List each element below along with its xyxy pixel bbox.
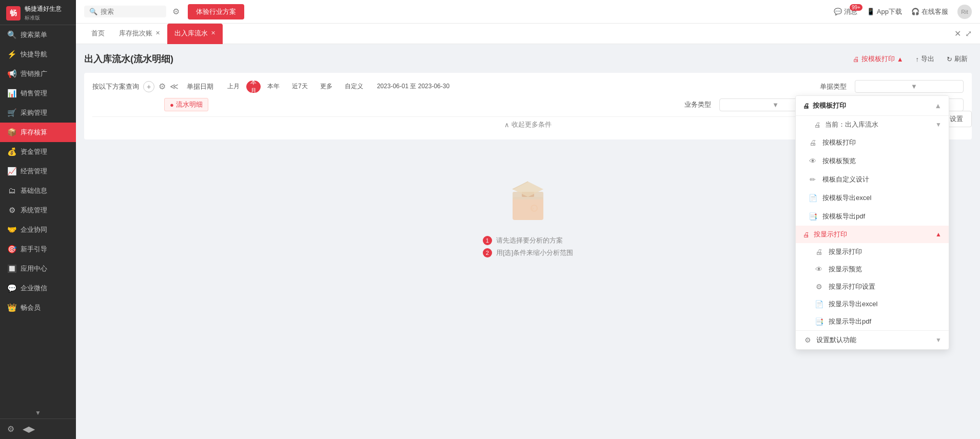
sidebar-item-sales[interactable]: 📊销售管理 (0, 84, 76, 103)
dropdown-display-section-arrow: ▲ (935, 231, 942, 238)
dropdown-header-title: 🖨 按模板打印 (803, 101, 846, 110)
app-download-item[interactable]: 📱 App下载 (867, 7, 902, 16)
date-option-custom[interactable]: 自定义 (339, 80, 369, 93)
sidebar-item-quick-nav[interactable]: ⚡快捷导航 (0, 45, 76, 64)
print-template-label: 按模板打印 (861, 54, 895, 64)
filter-actions: 按以下方案查询 + ⚙ ≪ (92, 81, 179, 92)
avatar-text: Rit (961, 9, 968, 15)
print-template-button[interactable]: 🖨 按模板打印 ▲ (849, 52, 908, 66)
refresh-icon: ↻ (947, 55, 952, 63)
avatar[interactable]: Rit (957, 5, 972, 19)
filter-add-button[interactable]: + (143, 81, 154, 92)
dropdown-display-section[interactable]: 🖨 按显示打印 ▲ (796, 226, 949, 243)
dropdown-template-custom-icon: ✏ (808, 175, 817, 184)
dropdown-display-print-settings[interactable]: ⚙ 按显示打印设置 (796, 278, 949, 295)
search-input[interactable] (101, 8, 152, 15)
sidebar-bottom: ⚙ ◀▶ (0, 418, 76, 439)
dropdown-template-excel[interactable]: 📄 按模板导出excel (796, 189, 949, 207)
tab-batch-account-close[interactable]: ✕ (155, 30, 160, 36)
date-option-this-month[interactable]: 本月 (246, 81, 261, 93)
message-item[interactable]: 💬 消息 99+ (834, 7, 857, 16)
dropdown-footer[interactable]: ⚙ 设置默认功能 ▼ (796, 330, 949, 349)
dropdown-template-preview[interactable]: 👁 按模板预览 (796, 152, 949, 170)
dropdown-display-excel[interactable]: 📄 按显示导出excel (796, 295, 949, 313)
sidebar-item-system[interactable]: ⚙系统管理 (0, 201, 76, 220)
dropdown-display-print-settings-label: 按显示打印设置 (829, 282, 875, 291)
date-option-7days[interactable]: 近7天 (286, 80, 313, 93)
dropdown-current-arrow: ▼ (935, 121, 942, 128)
dropdown-header: 🖨 按模板打印 ▲ (796, 96, 949, 116)
topbar: 🔍 ⚙ 体验行业方案 💬 消息 99+ 📱 App下载 🎧 在线客服 Rit (76, 0, 980, 24)
sidebar-icon-search-menu: 🔍 (7, 30, 16, 39)
sidebar-item-basic[interactable]: 🗂基础信息 (0, 181, 76, 201)
tab-flow[interactable]: 出入库流水 ✕ (167, 24, 223, 44)
sidebar-item-corp-weixin[interactable]: 💬企业微信 (0, 278, 76, 298)
filter-collapse-icon[interactable]: ≪ (170, 82, 179, 91)
sidebar-item-inventory[interactable]: 📦库存核算 (0, 123, 76, 142)
export-label: 导出 (921, 54, 934, 64)
dropdown-template-pdf[interactable]: 📑 按模板导出pdf (796, 207, 949, 226)
dropdown-current-icon: 🖨 (814, 121, 821, 129)
dropdown-template-custom[interactable]: ✏ 模板自定义设计 (796, 170, 949, 189)
topbar-right: 💬 消息 99+ 📱 App下载 🎧 在线客服 Rit (834, 5, 972, 19)
topbar-search-box[interactable]: 🔍 (84, 6, 166, 17)
collapse-sidebar-icon[interactable]: ◀▶ (23, 424, 35, 434)
dropdown-template-preview-label: 按模板预览 (822, 156, 856, 166)
dropdown-display-preview-label: 按显示预览 (829, 265, 862, 274)
sidebar-item-guide[interactable]: 🎯新手引导 (0, 240, 76, 259)
dropdown-template-preview-icon: 👁 (808, 157, 817, 165)
sidebar-item-search-menu[interactable]: 🔍搜索菜单 (0, 25, 76, 45)
settings-icon[interactable]: ⚙ (7, 424, 14, 434)
tab-home[interactable]: 首页 (84, 24, 112, 44)
sidebar-item-operations[interactable]: 📈经营管理 (0, 162, 76, 181)
tab-flow-close[interactable]: ✕ (211, 30, 215, 36)
hint-text-1: 请先选择要分析的方案 (496, 236, 563, 245)
topbar-gear-icon[interactable]: ⚙ (172, 7, 180, 16)
page-header: 出入库流水(流水明细) 🖨 按模板打印 ▲ ↑ 导出 ↻ 刷新 (84, 52, 972, 66)
tab-batch-account[interactable]: 库存批次账 ✕ (112, 24, 167, 44)
dropdown-display-print-label: 按显示打印 (829, 247, 862, 256)
sidebar-item-finance[interactable]: 💰资金管理 (0, 142, 76, 162)
page-action-bar: 🖨 按模板打印 ▲ ↑ 导出 ↻ 刷新 (849, 52, 972, 66)
sidebar-item-app-center[interactable]: 🔲应用中心 (0, 259, 76, 278)
sidebar-item-purchase[interactable]: 🛒采购管理 (0, 103, 76, 123)
dropdown-display-preview-icon: 👁 (814, 265, 824, 273)
collapse-arrow-icon: ∧ (504, 121, 509, 129)
dropdown-footer-icon: ⚙ (803, 336, 812, 344)
trial-button[interactable]: 体验行业方案 (188, 4, 244, 19)
tabs-bar: 首页 库存批次账 ✕ 出入库流水 ✕ ✕ ⤢ (76, 24, 980, 44)
bill-type-select[interactable]: ▼ (855, 80, 964, 93)
refresh-button[interactable]: ↻ 刷新 (943, 52, 972, 66)
sidebar-item-marketing[interactable]: 📢营销推广 (0, 64, 76, 84)
date-option-this-year[interactable]: 本年 (262, 80, 285, 93)
dropdown-collapse-icon[interactable]: ▲ (934, 102, 942, 110)
app-download-label: App下载 (877, 7, 902, 16)
sidebar-label-search-menu: 搜索菜单 (21, 30, 47, 39)
date-option-more[interactable]: 更多 (315, 80, 338, 93)
sidebar-label-marketing: 营销推广 (21, 69, 47, 78)
maximize-page-icon[interactable]: ⤢ (965, 29, 972, 38)
sidebar-item-cooperation[interactable]: 🤝企业协同 (0, 220, 76, 240)
bill-type-label: 单据类型 (820, 82, 851, 91)
sidebar-item-member[interactable]: 👑畅会员 (0, 298, 76, 317)
sidebar-icon-quick-nav: ⚡ (7, 50, 16, 59)
online-service-item[interactable]: 🎧 在线客服 (911, 7, 948, 16)
sidebar-scroll-down[interactable]: ▼ (35, 409, 41, 416)
export-button[interactable]: ↑ 导出 (912, 52, 939, 66)
tab-flow-label: 出入库流水 (174, 29, 208, 38)
logo-title: 畅捷通好生意 (25, 5, 62, 13)
flow-detail-tag[interactable]: ● 流水明细 (164, 98, 208, 111)
date-options-group: 上月 本月 本年 近7天 更多 自定义 (222, 80, 369, 93)
close-page-icon[interactable]: ✕ (954, 29, 961, 38)
logo-icon: 畅 (6, 6, 21, 21)
sidebar-icon-purchase: 🛒 (7, 108, 16, 117)
dropdown-display-excel-label: 按显示导出excel (829, 300, 877, 309)
dropdown-display-pdf[interactable]: 📑 按显示导出pdf (796, 313, 949, 330)
dropdown-display-print[interactable]: 🖨 按显示打印 (796, 243, 949, 261)
filter-settings-icon[interactable]: ⚙ (159, 82, 166, 91)
dropdown-template-print[interactable]: 🖨 按模板打印 (796, 133, 949, 152)
message-badge: 99+ (850, 4, 863, 11)
date-option-last-month[interactable]: 上月 (222, 80, 245, 93)
bill-type-area: 单据类型 ▼ (820, 80, 964, 93)
dropdown-display-preview[interactable]: 👁 按显示预览 (796, 261, 949, 278)
